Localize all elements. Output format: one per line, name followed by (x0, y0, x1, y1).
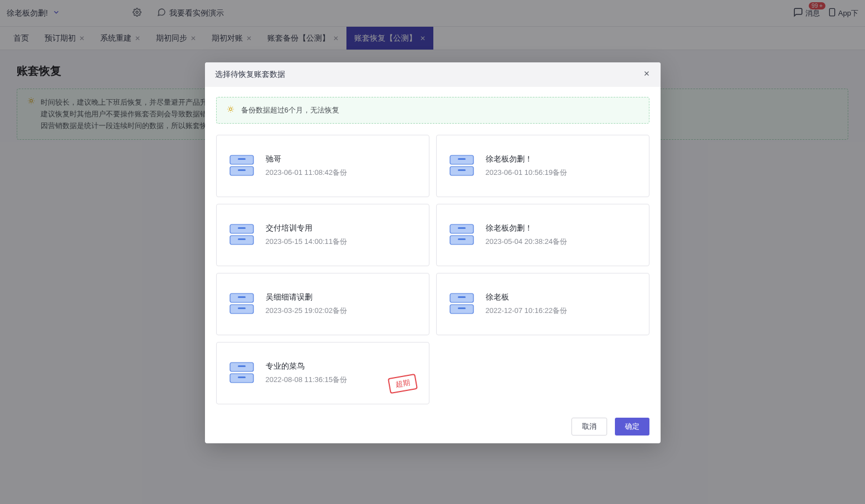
backup-time: 2023-05-15 14:00:11备份 (266, 237, 348, 247)
svg-rect-29 (458, 158, 466, 160)
modal-tip-text: 备份数据超过6个月，无法恢复 (241, 105, 339, 115)
backup-time: 2022-08-08 11:36:15备份 (266, 375, 348, 385)
backup-card[interactable]: 交付培训专用2023-05-15 14:00:11备份 (216, 204, 429, 266)
modal-tip-box: 备份数据超过6个月，无法恢复 (216, 97, 649, 124)
bulb-icon (227, 105, 234, 115)
modal-title: 选择待恢复账套数据 (215, 70, 285, 80)
svg-rect-42 (238, 307, 246, 309)
svg-line-19 (228, 107, 228, 107)
backup-card[interactable]: 吴细细请误删2023-03-25 19:02:02备份 (216, 273, 429, 335)
restore-modal: 选择待恢复账套数据 备份数据超过6个月，无法恢复 驰哥2023-06-01 11… (205, 62, 661, 443)
svg-rect-38 (458, 238, 466, 240)
svg-rect-25 (238, 158, 246, 160)
backup-time: 2023-03-25 19:02:02备份 (266, 306, 348, 316)
backup-name: 徐老板 (486, 292, 568, 302)
backup-name: 驰哥 (266, 154, 348, 164)
modal-footer: 取消 确定 (205, 410, 661, 443)
svg-rect-33 (238, 227, 246, 229)
svg-rect-34 (238, 238, 246, 240)
svg-rect-37 (458, 227, 466, 229)
svg-rect-41 (238, 296, 246, 298)
backup-card[interactable]: 徐老板勿删！2023-05-04 20:38:24备份 (436, 204, 649, 266)
backup-name: 徐老板勿删！ (486, 154, 568, 164)
svg-line-22 (232, 107, 233, 107)
svg-rect-46 (458, 307, 466, 309)
svg-rect-49 (238, 365, 246, 367)
overdue-stamp: 超期 (387, 374, 417, 394)
backup-name: 专业的菜鸟 (266, 361, 348, 371)
backup-time: 2023-06-01 11:08:42备份 (266, 168, 348, 178)
svg-rect-26 (238, 169, 246, 171)
cancel-button[interactable]: 取消 (571, 418, 607, 436)
svg-rect-45 (458, 296, 466, 298)
backup-time: 2023-05-04 20:38:24备份 (486, 237, 568, 247)
svg-rect-50 (238, 376, 246, 378)
backup-card[interactable]: 徐老板勿删！2023-06-01 10:56:19备份 (436, 135, 649, 197)
backup-time: 2022-12-07 10:16:22备份 (486, 306, 568, 316)
svg-point-14 (229, 108, 232, 111)
modal-overlay[interactable]: 选择待恢复账套数据 备份数据超过6个月，无法恢复 驰哥2023-06-01 11… (0, 0, 865, 504)
backup-name: 吴细细请误删 (266, 292, 348, 302)
ok-button[interactable]: 确定 (615, 418, 649, 436)
svg-line-21 (228, 111, 228, 111)
backup-card[interactable]: 驰哥2023-06-01 11:08:42备份 (216, 135, 429, 197)
modal-body: 备份数据超过6个月，无法恢复 驰哥2023-06-01 11:08:42备份徐老… (205, 87, 661, 410)
close-icon[interactable] (643, 70, 651, 80)
modal-header: 选择待恢复账套数据 (205, 62, 661, 87)
backup-name: 徐老板勿删！ (486, 223, 568, 233)
backup-card[interactable]: 徐老板2022-12-07 10:16:22备份 (436, 273, 649, 335)
backup-time: 2023-06-01 10:56:19备份 (486, 168, 568, 178)
backup-card[interactable]: 专业的菜鸟2022-08-08 11:36:15备份超期 (216, 342, 429, 404)
svg-line-20 (232, 111, 233, 111)
svg-rect-30 (458, 169, 466, 171)
backup-cards-grid: 驰哥2023-06-01 11:08:42备份徐老板勿删！2023-06-01 … (216, 135, 649, 404)
backup-name: 交付培训专用 (266, 223, 348, 233)
